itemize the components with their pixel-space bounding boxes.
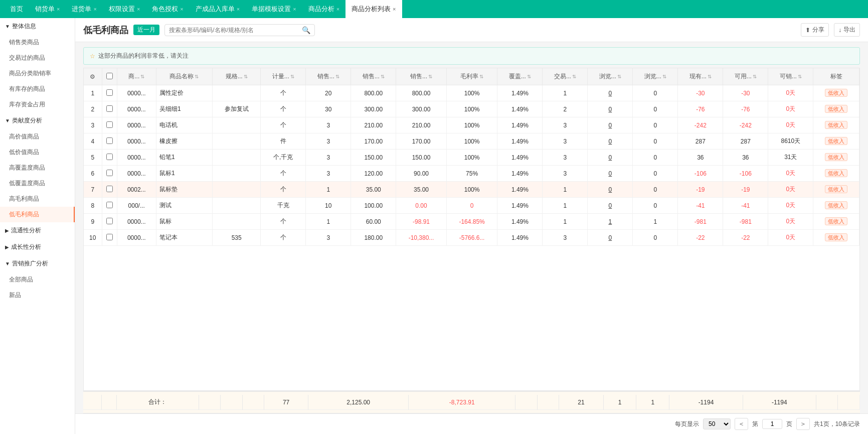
close-icon[interactable]: ×	[293, 6, 296, 12]
export-button[interactable]: ↓ 导出	[834, 23, 860, 37]
close-icon[interactable]: ×	[393, 6, 396, 12]
sort-icon[interactable]: ⇅	[617, 74, 621, 79]
close-icon[interactable]: ×	[336, 6, 339, 12]
nav-role[interactable]: 角色授权 ×	[146, 0, 189, 18]
sidebar-item-high-value[interactable]: 高价值商品	[0, 129, 75, 144]
cell-check[interactable]	[102, 230, 117, 246]
sidebar-item-all-goods[interactable]: 全部商品	[0, 272, 75, 287]
close-icon[interactable]: ×	[180, 6, 183, 12]
nav-home[interactable]: 首页	[4, 0, 29, 18]
sort-icon[interactable]: ⇅	[140, 74, 144, 79]
th-settings[interactable]: ⚙	[84, 68, 102, 85]
cell-check[interactable]	[102, 182, 117, 198]
sort-icon[interactable]: ⇅	[244, 74, 248, 79]
row-checkbox[interactable]	[106, 202, 113, 208]
select-all-checkbox[interactable]	[106, 73, 113, 79]
sidebar-item-low-coverage[interactable]: 低覆盖度商品	[0, 176, 75, 191]
sort-icon[interactable]: ⇅	[662, 74, 666, 79]
cell-name: 笔记本	[156, 230, 212, 246]
cell-check[interactable]	[102, 150, 117, 166]
sidebar-item-low-value[interactable]: 低价值商品	[0, 144, 75, 160]
row-checkbox[interactable]	[106, 121, 113, 128]
sidebar-item-new-goods[interactable]: 新品	[0, 287, 75, 303]
search-icon[interactable]: 🔍	[302, 26, 310, 34]
sidebar-item-stock-capital[interactable]: 库存资金占用	[0, 97, 75, 112]
sidebar-item-sales-goods[interactable]: 销售类商品	[0, 35, 75, 50]
cell-view1[interactable]: 0	[588, 117, 633, 133]
prev-page-button[interactable]: ＜	[735, 418, 748, 430]
sidebar-item-low-margin[interactable]: 低毛利商品	[0, 207, 75, 222]
sort-icon[interactable]: ⇅	[479, 74, 483, 79]
share-button[interactable]: ⬆ 分享	[801, 23, 829, 37]
cell-check[interactable]	[102, 85, 117, 101]
nav-goods-analysis-list[interactable]: 商品分析列表 ×	[345, 0, 402, 18]
sidebar-item-traded-goods[interactable]: 交易过的商品	[0, 50, 75, 66]
cell-view1[interactable]: 0	[588, 182, 633, 198]
total-sales2: 2,125.00	[308, 395, 409, 410]
cell-check[interactable]	[102, 198, 117, 214]
sidebar-section-contribution[interactable]: ▼ 类献度分析	[0, 112, 75, 129]
page-size-select[interactable]: 50 20 100	[703, 418, 731, 429]
sort-icon[interactable]: ⇅	[335, 74, 339, 79]
sort-icon[interactable]: ⇅	[290, 74, 294, 79]
sidebar-item-goods-sales-rate[interactable]: 商品分类助销率	[0, 66, 75, 81]
close-icon[interactable]: ×	[57, 6, 60, 12]
cell-name: 属性定价	[156, 85, 212, 101]
cell-sales2: 300.00	[351, 101, 396, 117]
page-number-input[interactable]	[762, 419, 782, 429]
row-checkbox[interactable]	[106, 170, 113, 176]
sort-icon[interactable]: ⇅	[753, 74, 757, 79]
sort-icon[interactable]: ⇅	[428, 74, 432, 79]
nav-goods-analysis[interactable]: 商品分析 ×	[302, 0, 345, 18]
cell-view1[interactable]: 0	[588, 230, 633, 246]
cell-view1[interactable]: 0	[588, 101, 633, 117]
row-checkbox[interactable]	[106, 218, 113, 224]
cell-check[interactable]	[102, 101, 117, 117]
nav-template[interactable]: 单据模板设置 ×	[246, 0, 302, 18]
sort-icon[interactable]: ⇅	[381, 74, 385, 79]
next-page-button[interactable]: ＞	[796, 418, 810, 430]
sort-icon[interactable]: ⇅	[572, 74, 576, 79]
nav-permission[interactable]: 权限设置 ×	[103, 0, 146, 18]
sidebar-item-high-coverage[interactable]: 高覆盖度商品	[0, 160, 75, 176]
sort-icon[interactable]: ⇅	[195, 74, 199, 79]
cell-check[interactable]	[102, 117, 117, 133]
nav-product-in[interactable]: 产成品入库单 ×	[190, 0, 246, 18]
sort-icon[interactable]: ⇅	[527, 74, 531, 79]
nav-sales[interactable]: 销货单 ×	[29, 0, 66, 18]
nav-purchase[interactable]: 进货单 ×	[66, 0, 102, 18]
cell-trade: 1	[543, 198, 588, 214]
cell-sales2: 150.00	[351, 150, 396, 166]
sort-icon[interactable]: ⇅	[798, 74, 802, 79]
cell-view1[interactable]: 0	[588, 133, 633, 150]
cell-view1[interactable]: 0	[588, 85, 633, 101]
row-checkbox[interactable]	[106, 234, 113, 240]
row-checkbox[interactable]	[106, 89, 113, 96]
row-checkbox[interactable]	[106, 137, 113, 144]
th-check[interactable]	[102, 68, 117, 85]
cell-view1[interactable]: 0	[588, 150, 633, 166]
sidebar-section-growth[interactable]: ▶ 成长性分析	[0, 239, 75, 255]
search-input[interactable]	[169, 27, 302, 34]
total-trade: 21	[559, 395, 603, 410]
cell-avail: 36	[723, 150, 768, 166]
sidebar-item-high-margin[interactable]: 高毛利商品	[0, 191, 75, 207]
sidebar-section-marketing[interactable]: ▼ 营销推广分析	[0, 255, 75, 272]
close-icon[interactable]: ×	[237, 6, 240, 12]
date-badge[interactable]: 近一月	[133, 25, 159, 35]
cell-check[interactable]	[102, 214, 117, 230]
sidebar-section-general[interactable]: ▼ 整体信息	[0, 18, 75, 35]
row-checkbox[interactable]	[106, 105, 113, 112]
row-checkbox[interactable]	[106, 154, 113, 160]
sidebar-section-circulation[interactable]: ▶ 流通性分析	[0, 222, 75, 239]
cell-view1[interactable]: 1	[588, 214, 633, 230]
sidebar-item-in-stock-goods[interactable]: 有库存的商品	[0, 81, 75, 97]
cell-check[interactable]	[102, 133, 117, 150]
sort-icon[interactable]: ⇅	[708, 74, 712, 79]
close-icon[interactable]: ×	[137, 6, 140, 12]
cell-view1[interactable]: 0	[588, 166, 633, 182]
cell-view1[interactable]: 0	[588, 198, 633, 214]
cell-check[interactable]	[102, 166, 117, 182]
row-checkbox[interactable]	[106, 186, 113, 192]
close-icon[interactable]: ×	[93, 6, 96, 12]
